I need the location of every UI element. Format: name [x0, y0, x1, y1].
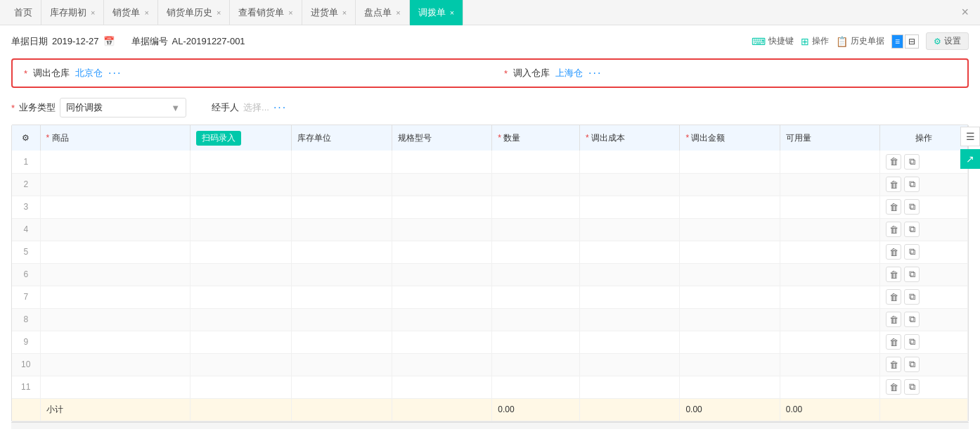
shortcuts-icon: ⌨ [752, 36, 766, 47]
tab-inventory-check[interactable]: 盘点单 × [356, 0, 409, 25]
delete-icon[interactable]: 🗑 [886, 267, 901, 282]
in-warehouse-value[interactable]: 上海仓 [555, 67, 583, 79]
copy-icon[interactable]: ⧉ [904, 357, 920, 372]
delete-icon[interactable]: 🗑 [886, 244, 901, 260]
copy-icon[interactable]: ⧉ [904, 289, 920, 305]
tab-close-inventory-check[interactable]: × [396, 8, 400, 17]
out-warehouse-label: 调出仓库 [33, 67, 70, 79]
delete-icon[interactable]: 🗑 [886, 154, 901, 170]
contact-more-icon[interactable]: ··· [273, 101, 287, 114]
copy-icon[interactable]: ⧉ [904, 222, 920, 237]
code-field: 单据编号 AL-20191227-001 [131, 35, 245, 48]
biz-type-value: 同价调拨 [66, 101, 103, 114]
subtotal-qty: 0.00 [492, 398, 580, 421]
copy-icon[interactable]: ⧉ [904, 177, 920, 192]
in-warehouse-group: * 调入仓库 上海仓 ··· [504, 67, 956, 79]
copy-icon[interactable]: ⧉ [904, 267, 920, 282]
horizontal-scrollbar[interactable] [11, 422, 969, 429]
copy-icon[interactable]: ⧉ [904, 244, 920, 260]
out-warehouse-group: * 调出仓库 北京仓 ··· [24, 67, 476, 79]
table-row: 1🗑⧉ [12, 151, 968, 173]
col-header-unit: 库存单位 [292, 125, 392, 151]
tab-purchase-order[interactable]: 进货单 × [302, 0, 356, 25]
tab-sales-history[interactable]: 销货单历史 × [158, 0, 230, 25]
table-header-row: ⚙ * 商品 扫码录入 库存单位 规格型号 * 数量 * [12, 125, 968, 151]
delete-icon[interactable]: 🗑 [886, 222, 901, 237]
tab-close-sales-history[interactable]: × [217, 8, 221, 17]
subtotal-label: 小计 [40, 398, 191, 421]
subtotal-amount: 0.00 [780, 398, 879, 421]
code-value: AL-20191227-001 [172, 36, 245, 46]
delete-icon[interactable]: 🗑 [886, 357, 901, 372]
delete-icon[interactable]: 🗑 [886, 289, 901, 305]
col-header-ops: 操作 [880, 125, 968, 151]
calendar-icon[interactable]: 📅 [103, 36, 115, 46]
tab-transfer[interactable]: 调拨单 × [410, 0, 463, 25]
right-tool-list-icon[interactable]: ☰ [960, 127, 980, 146]
table-row: 4🗑⧉ [12, 218, 968, 241]
out-warehouse-value[interactable]: 北京仓 [75, 67, 103, 79]
history-icon: 📋 [836, 36, 848, 47]
col-header-product: * 商品 [40, 125, 191, 151]
shortcuts-btn[interactable]: ⌨ 快捷键 [752, 35, 794, 47]
contact-field: 经手人 选择... ··· [212, 101, 287, 114]
scan-btn[interactable]: 扫码录入 [196, 131, 241, 146]
copy-icon[interactable]: ⧉ [904, 154, 920, 170]
tab-close-view-sales[interactable]: × [288, 8, 292, 17]
contact-input[interactable]: 选择... [243, 101, 269, 114]
table-row: 10🗑⧉ [12, 353, 968, 376]
out-warehouse-star: * [24, 68, 27, 79]
layout-toggle[interactable]: ≡ ⊟ [891, 34, 919, 49]
in-warehouse-label: 调入仓库 [513, 67, 550, 79]
table-row: 9🗑⧉ [12, 331, 968, 353]
table-row: 5🗑⧉ [12, 241, 968, 263]
delete-icon[interactable]: 🗑 [886, 312, 901, 327]
delete-icon[interactable]: 🗑 [886, 177, 901, 192]
copy-icon[interactable]: ⧉ [904, 312, 920, 327]
tab-close-purchase-order[interactable]: × [342, 8, 347, 17]
table-row: 7🗑⧉ [12, 286, 968, 308]
tab-view-sales[interactable]: 查看销货单 × [230, 0, 302, 25]
table-row: 3🗑⧉ [12, 196, 968, 218]
copy-icon[interactable]: ⧉ [904, 199, 920, 215]
items-table: ⚙ * 商品 扫码录入 库存单位 规格型号 * 数量 * [12, 125, 968, 421]
date-field: 单据日期 2019-12-27 📅 [11, 35, 115, 48]
table-row: 6🗑⧉ [12, 263, 968, 286]
date-value: 2019-12-27 [52, 36, 99, 46]
table-row: 8🗑⧉ [12, 308, 968, 331]
operations-btn[interactable]: ⊞ 操作 [801, 35, 829, 47]
items-table-wrapper: ⚙ * 商品 扫码录入 库存单位 规格型号 * 数量 * [11, 125, 969, 422]
history-btn[interactable]: 📋 历史单据 [836, 35, 884, 47]
header-row: 单据日期 2019-12-27 📅 单据编号 AL-20191227-001 ⌨… [11, 32, 969, 50]
biz-type-select[interactable]: 同价调拨 ▼ [60, 98, 186, 117]
delete-icon[interactable]: 🗑 [886, 334, 901, 350]
in-warehouse-more-icon[interactable]: ··· [588, 67, 602, 79]
setting-btn[interactable]: ⚙ 设置 [926, 32, 969, 50]
col-header-spec: 规格型号 [392, 125, 491, 151]
col-header-amount: * 调出金额 [680, 125, 780, 151]
tab-sales-order[interactable]: 销货单 × [104, 0, 157, 25]
col-header-scan[interactable]: 扫码录入 [191, 125, 292, 151]
delete-icon[interactable]: 🗑 [886, 379, 901, 395]
out-warehouse-more-icon[interactable]: ··· [108, 67, 122, 79]
layout-icon-2[interactable]: ⊟ [905, 34, 919, 49]
layout-icon-1[interactable]: ≡ [891, 34, 903, 49]
tab-close-sales-order[interactable]: × [144, 8, 148, 17]
operations-icon: ⊞ [801, 36, 809, 47]
gear-icon: ⚙ [934, 37, 941, 46]
right-tool-export-icon[interactable]: ↗ [960, 149, 980, 169]
tab-home[interactable]: 首页 [6, 0, 41, 25]
biz-type-label: 业务类型 [19, 101, 56, 114]
contact-label: 经手人 [212, 101, 239, 114]
copy-icon[interactable]: ⧉ [904, 379, 920, 395]
copy-icon[interactable]: ⧉ [904, 334, 920, 350]
tab-close-inventory-init[interactable]: × [91, 8, 95, 17]
form-row: * 业务类型 同价调拨 ▼ 经手人 选择... ··· [11, 98, 969, 117]
tab-bar-close-icon[interactable]: × [955, 5, 974, 20]
header-actions: ⌨ 快捷键 ⊞ 操作 📋 历史单据 ≡ ⊟ ⚙ 设置 [752, 32, 969, 50]
tab-close-transfer[interactable]: × [450, 8, 454, 17]
tab-inventory-init[interactable]: 库存期初 × [41, 0, 104, 25]
delete-icon[interactable]: 🗑 [886, 199, 901, 215]
col-header-gear[interactable]: ⚙ [12, 125, 40, 151]
warehouse-box: * 调出仓库 北京仓 ··· * 调入仓库 上海仓 ··· [11, 58, 969, 88]
